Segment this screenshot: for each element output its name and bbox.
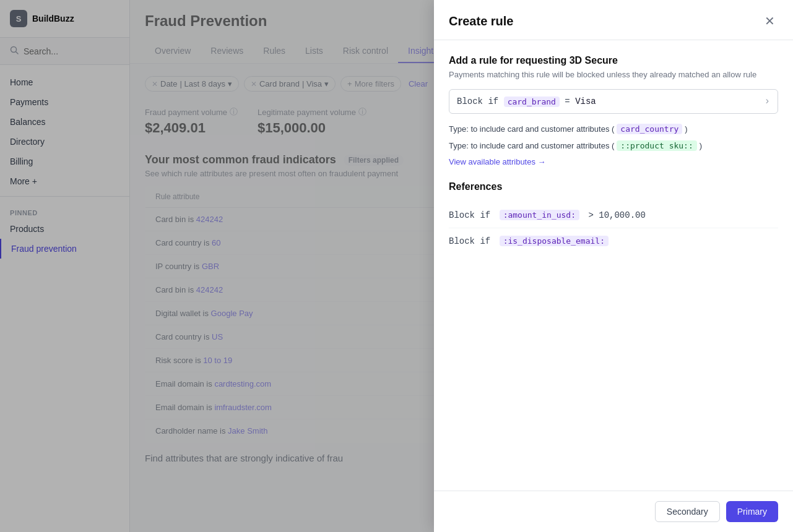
rule-equals: = bbox=[560, 97, 575, 106]
ref-keyword-2: Block if bbox=[449, 236, 496, 246]
rule-arrow-icon: › bbox=[764, 96, 770, 107]
create-rule-modal: Create rule ✕ Add a rule for requesting … bbox=[434, 0, 793, 532]
references-title: References bbox=[449, 181, 778, 192]
suggestion-suffix-2: ) bbox=[700, 141, 702, 150]
secondary-button[interactable]: Secondary bbox=[655, 501, 720, 522]
ref-suffix-1: > 10,000.00 bbox=[583, 210, 646, 220]
modal-description: Payments matching this rule will be bloc… bbox=[449, 70, 778, 79]
rule-keyword-block: Block if bbox=[457, 97, 504, 106]
suggestion-prefix-2: Type: to include card and customer attri… bbox=[449, 141, 614, 150]
amount-chip: :amount_in_usd: bbox=[500, 210, 579, 220]
card-brand-chip: card_brand bbox=[504, 97, 560, 107]
reference-item-1: Block if :amount_in_usd: > 10,000.00 bbox=[449, 202, 778, 228]
disposable-email-chip: :is_disposable_email: bbox=[500, 236, 609, 246]
rule-value: Visa bbox=[575, 97, 596, 106]
modal-body: Add a rule for requesting 3D Secure Paym… bbox=[434, 40, 793, 491]
view-attributes-link[interactable]: View available attributes → bbox=[449, 157, 778, 166]
modal-header: Create rule ✕ bbox=[434, 0, 793, 40]
attr-suggestion-1: Type: to include card and customer attri… bbox=[449, 124, 778, 134]
references-section: References Block if :amount_in_usd: > 10… bbox=[449, 181, 778, 254]
modal-title: Create rule bbox=[449, 14, 514, 28]
modal-close-button[interactable]: ✕ bbox=[761, 12, 778, 30]
primary-button[interactable]: Primary bbox=[726, 501, 778, 522]
modal-subtitle: Add a rule for requesting 3D Secure bbox=[449, 55, 778, 66]
product-sku-chip[interactable]: ::product sku:: bbox=[617, 140, 696, 151]
modal-footer: Secondary Primary bbox=[434, 491, 793, 532]
suggestion-prefix: Type: to include card and customer attri… bbox=[449, 124, 614, 134]
modal-overlay: Create rule ✕ Add a rule for requesting … bbox=[0, 0, 793, 532]
ref-keyword-1: Block if bbox=[449, 210, 496, 220]
card-country-chip[interactable]: card_country bbox=[617, 124, 682, 134]
rule-input-box[interactable]: Block if card_brand = Visa › bbox=[449, 89, 778, 114]
rule-prefix: Block if card_brand = Visa bbox=[457, 97, 596, 107]
reference-item-2: Block if :is_disposable_email: bbox=[449, 228, 778, 254]
attr-suggestion-2: Type: to include card and customer attri… bbox=[449, 140, 778, 151]
suggestion-suffix: ) bbox=[685, 124, 687, 134]
